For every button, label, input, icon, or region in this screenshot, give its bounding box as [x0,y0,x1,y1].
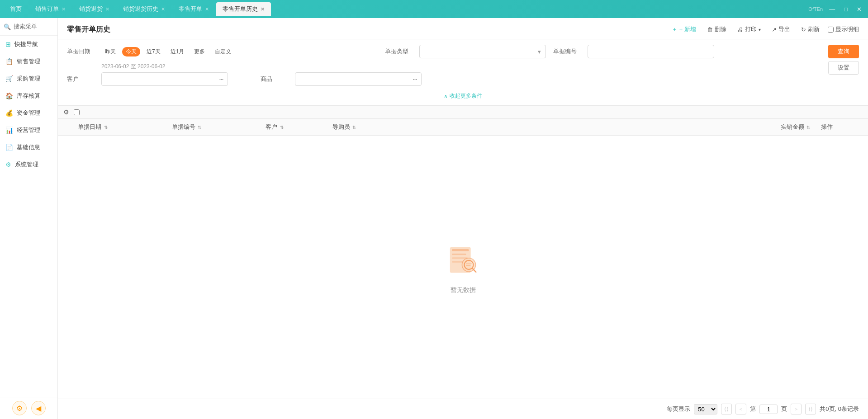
date-opt-today[interactable]: 今天 [122,47,140,56]
svg-rect-4 [452,261,463,263]
data-table: 单据日期 ⇅ 单据编号 ⇅ 客户 ⇅ 导购员 ⇅ [58,119,868,136]
close-window-btn[interactable]: ✕ [854,6,864,13]
close-sales-return-history-icon[interactable]: ✕ [161,6,165,12]
sort-guide-icon[interactable]: ⇅ [352,125,356,130]
date-opt-more[interactable]: 更多 [190,47,209,56]
page-suffix: 页 [781,405,787,413]
table-header-row: 单据日期 ⇅ 单据编号 ⇅ 客户 ⇅ 导购员 ⇅ [58,119,868,136]
sidebar-bottom: ⚙ ◀ [0,397,57,419]
filter-actions: 查询 设置 [828,45,859,75]
content-area: 零售开单历史 ＋ + 新增 🗑 删除 🖨 打印 ▾ ↗ 导出 [58,18,868,419]
sidebar-item-sales-mgmt[interactable]: 📋 销售管理 [0,53,57,70]
system-icon: ⚙ [5,161,11,168]
delete-icon: 🗑 [707,26,713,33]
date-label: 单据日期 [67,47,94,56]
doc-type-dropdown-icon: ▾ [538,48,541,55]
product-dots: ··· [413,75,417,84]
sort-amount-icon[interactable]: ⇅ [806,125,810,130]
select-all-checkbox[interactable] [74,109,80,115]
sidebar-item-quick-nav[interactable]: ⊞ 快捷导航 [0,36,57,53]
sort-date-icon[interactable]: ⇅ [104,125,108,130]
product-label: 商品 [261,75,288,83]
no-data-illustration [441,240,486,281]
tab-retail-open[interactable]: 零售开单 ✕ [172,2,215,16]
th-date: 单据日期 ⇅ [72,119,166,136]
delete-button[interactable]: 🗑 删除 [704,24,729,35]
th-action: 操作 [816,119,868,136]
tab-retail-open-history[interactable]: 零售开单历史 ✕ [216,2,271,16]
first-page-btn[interactable]: ⟨⟨ [721,404,732,414]
page-header: 零售开单历史 ＋ + 新增 🗑 删除 🖨 打印 ▾ ↗ 导出 [58,18,868,39]
close-retail-open-icon[interactable]: ✕ [205,6,209,12]
table-area: ⚙ 单据日期 ⇅ 单据编号 ⇅ [58,106,868,399]
close-sales-return-icon[interactable]: ✕ [105,6,109,12]
no-data-text: 暂无数据 [451,286,476,294]
minimize-btn[interactable]: — [826,6,838,13]
settings-bottom-btn[interactable]: ⚙ [12,401,27,415]
date-opt-7days[interactable]: 近7天 [143,47,164,56]
close-sales-order-icon[interactable]: ✕ [62,6,66,12]
customer-label: 客户 [67,75,94,83]
brand-text: OfTEn [808,6,823,12]
customer-input[interactable]: ··· [101,72,228,86]
table-settings-icon[interactable]: ⚙ [63,108,69,116]
collapse-bar[interactable]: ∧ 收起更多条件 [67,90,859,100]
filter-settings-button[interactable]: 设置 [828,61,859,75]
sidebar-item-operations[interactable]: 📊 经营管理 [0,122,57,139]
doc-type-select[interactable]: ▾ [419,45,546,58]
date-opt-yesterday[interactable]: 昨天 [101,47,119,56]
maximize-btn[interactable]: □ [841,6,850,13]
sort-no-icon[interactable]: ⇅ [198,125,201,130]
table-toolbar: ⚙ [58,106,868,119]
show-detail-input[interactable] [828,27,834,33]
refresh-button[interactable]: ↻ 刷新 [798,24,822,35]
sidebar: 🔍 搜索采单 ⊞ 快捷导航 📋 销售管理 🛒 采购管理 🏠 库存核算 💰 资金管… [0,18,58,419]
basic-info-icon: 📄 [5,144,13,151]
close-retail-open-history-icon[interactable]: ✕ [261,6,265,12]
print-button[interactable]: 🖨 打印 ▾ [735,24,764,35]
last-page-btn[interactable]: ⟩⟩ [805,404,816,414]
refresh-icon: ↻ [801,26,806,33]
sidebar-item-inventory[interactable]: 🏠 库存核算 [0,87,57,104]
export-button[interactable]: ↗ 导出 [769,24,793,35]
date-options: 昨天 今天 近7天 近1月 更多 自定义 [101,47,235,56]
product-input[interactable]: ··· [295,72,422,86]
date-opt-custom[interactable]: 自定义 [211,47,235,56]
pagination: 每页显示 50 100 200 ⟨⟨ ＜ 第 页 ＞ ⟩⟩ 共0页, 0条记录 [58,399,868,419]
collapse-sidebar-btn[interactable]: ◀ [31,401,46,415]
top-nav: 首页 销售订单 ✕ 销货退货 ✕ 销货退货历史 ✕ 零售开单 ✕ 零售开单历史 … [0,0,868,18]
th-customer: 客户 ⇅ [260,119,327,136]
per-page-select[interactable]: 50 100 200 [694,404,717,414]
svg-rect-1 [452,249,469,251]
sidebar-item-basic-info[interactable]: 📄 基础信息 [0,139,57,156]
th-checkbox [58,119,72,136]
page-input[interactable] [759,405,778,414]
add-button[interactable]: ＋ + 新增 [669,24,699,35]
print-icon: 🖨 [737,26,743,33]
sidebar-search[interactable]: 🔍 搜索采单 [0,18,57,36]
per-page-label: 每页显示 [667,405,690,413]
tab-sales-return-history[interactable]: 销货退货历史 ✕ [117,2,171,16]
page-label: 第 [750,405,756,413]
inventory-icon: 🏠 [5,92,13,99]
tab-sales-return[interactable]: 销货退货 ✕ [73,2,116,16]
tab-home[interactable]: 首页 [4,2,28,16]
doc-no-input[interactable] [588,45,714,58]
page-title: 零售开单历史 [67,25,110,34]
no-data-area: 暂无数据 [58,136,868,399]
next-page-btn[interactable]: ＞ [791,404,802,414]
show-detail-checkbox[interactable]: 显示明细 [828,25,859,33]
export-icon: ↗ [772,26,777,33]
window-controls: OfTEn — □ ✕ [808,6,864,13]
sort-customer-icon[interactable]: ⇅ [280,125,284,130]
query-button[interactable]: 查询 [828,45,859,58]
tab-sales-order[interactable]: 销售订单 ✕ [29,2,72,16]
sidebar-item-finance[interactable]: 💰 资金管理 [0,104,57,122]
collapse-up-icon: ∧ [444,93,448,99]
sidebar-item-purchase-mgmt[interactable]: 🛒 采购管理 [0,70,57,87]
customer-dots: ··· [219,75,223,84]
prev-page-btn[interactable]: ＜ [735,404,746,414]
quick-nav-icon: ⊞ [5,41,11,48]
sidebar-item-system[interactable]: ⚙ 系统管理 [0,156,57,173]
date-opt-1month[interactable]: 近1月 [167,47,188,56]
